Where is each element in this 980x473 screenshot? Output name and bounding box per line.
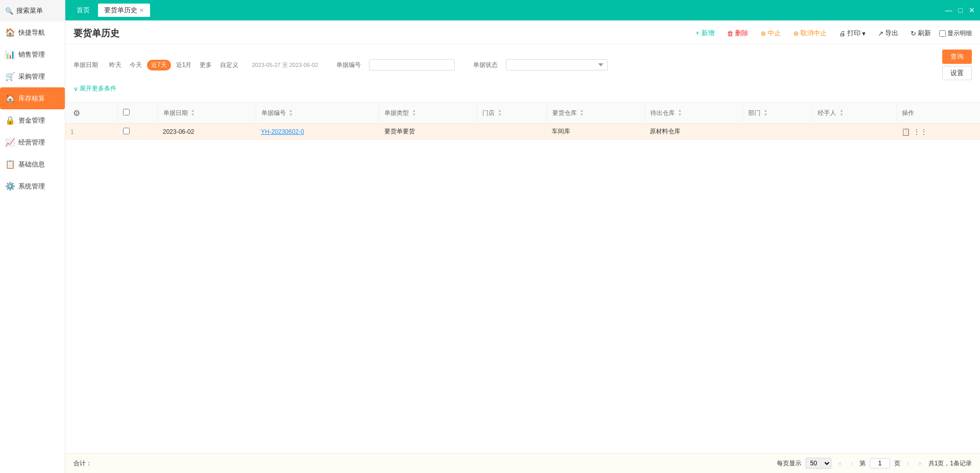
search-icon: 🔍	[5, 7, 13, 15]
filter-actions: 查询 设置	[942, 50, 972, 80]
sort-billtype-icon[interactable]: ▲▼	[412, 109, 416, 117]
display-detail-toggle[interactable]: 显示明细	[939, 29, 972, 38]
sidebar-item-quick-nav[interactable]: 🏠 快捷导航	[0, 21, 65, 43]
export-button[interactable]: ↗ 导出	[874, 27, 902, 40]
sort-req-warehouse-icon[interactable]: ▲▼	[580, 109, 584, 117]
row-more-icon[interactable]: ⋮⋮	[913, 128, 927, 136]
td-action: 📋 ⋮⋮	[896, 124, 980, 140]
display-detail-checkbox[interactable]	[939, 30, 946, 37]
page-suffix: 页	[894, 459, 900, 468]
table-header-row: ⚙ 单据日期 ▲▼ 单据编号 ▲▼	[65, 103, 980, 124]
bill-no-link[interactable]: YH-20230602-0	[261, 128, 304, 135]
stop-button[interactable]: ⊗ 中止	[756, 27, 785, 40]
sidebar-item-basic-info[interactable]: 📋 基础信息	[0, 153, 65, 175]
last-page-btn[interactable]: »	[916, 459, 924, 468]
settings-button[interactable]: 设置	[942, 66, 972, 80]
table-row: 1 2023-06-02 YH-20230602-0 要货单要货 车间库 原材料…	[65, 124, 980, 140]
td-department	[743, 124, 813, 140]
trash-icon: 🗑	[727, 30, 733, 37]
date-btn-more[interactable]: 更多	[197, 60, 215, 70]
sidebar-search-label: 搜索菜单	[16, 6, 43, 15]
row-checkbox[interactable]	[123, 128, 130, 134]
tab-home-label: 首页	[77, 6, 90, 15]
date-btn-today[interactable]: 今天	[127, 60, 145, 70]
per-page-label: 每页显示	[777, 459, 801, 468]
select-all-checkbox[interactable]	[123, 109, 130, 115]
sort-billno-icon[interactable]: ▲▼	[289, 109, 293, 117]
page-input[interactable]	[870, 458, 890, 468]
table-area: ⚙ 单据日期 ▲▼ 单据编号 ▲▼	[65, 103, 980, 453]
sort-date-icon[interactable]: ▲▼	[191, 109, 195, 117]
delete-button[interactable]: 🗑 删除	[723, 27, 752, 40]
status-label: 单据状态	[473, 61, 498, 69]
row-edit-icon[interactable]: 📋	[901, 128, 910, 136]
filter-row-1: 单据日期 昨天 今天 近7天 近1月 更多 自定义 2023-05-27 至 2…	[74, 50, 972, 80]
topbar-right: — □ ✕	[945, 6, 975, 14]
td-date: 2023-06-02	[158, 124, 256, 140]
gear-icon: ⚙️	[5, 181, 15, 191]
sort-store-icon[interactable]: ▲▼	[498, 109, 502, 117]
filter-row-2: ∨ 展开更多条件	[74, 84, 972, 93]
sidebar-item-label: 采购管理	[18, 72, 45, 81]
date-btn-1month[interactable]: 近1月	[173, 60, 195, 70]
bill-no-input[interactable]	[369, 59, 455, 70]
print-button[interactable]: 🖨 打印 ▾	[835, 27, 870, 40]
sort-handler-icon[interactable]: ▲▼	[840, 109, 844, 117]
date-btn-yesterday[interactable]: 昨天	[106, 60, 125, 70]
stop-icon: ⊗	[761, 30, 766, 37]
th-date: 单据日期 ▲▼	[158, 103, 256, 124]
next-page-btn[interactable]: ›	[904, 459, 912, 468]
date-buttons: 昨天 今天 近7天 近1月 更多 自定义	[106, 60, 241, 70]
prev-page-btn[interactable]: ‹	[848, 459, 855, 468]
table-settings-icon[interactable]: ⚙	[70, 107, 83, 119]
print-icon: 🖨	[839, 30, 846, 37]
th-pending-warehouse: 待出仓库 ▲▼	[645, 103, 743, 124]
th-checkbox	[118, 103, 158, 124]
expand-more-btn[interactable]: ∨ 展开更多条件	[74, 84, 116, 93]
main: 首页 要货单历史 ✕ — □ ✕ 要货单历史 + 新增 🗑 删除 ⊗ 中	[65, 0, 980, 473]
maximize-icon[interactable]: □	[959, 6, 963, 14]
per-page-select[interactable]: 20 50 100 200	[805, 458, 831, 469]
sidebar-item-system[interactable]: ⚙️ 系统管理	[0, 175, 65, 197]
refresh-button[interactable]: ↻ 刷新	[906, 27, 935, 40]
cancel-stop-button[interactable]: ⊗ 取消中止	[789, 27, 831, 40]
refresh-icon: ↻	[911, 30, 916, 37]
td-pending-warehouse: 原材料仓库	[645, 124, 743, 140]
sidebar-item-label: 快捷导航	[18, 28, 45, 37]
data-table: ⚙ 单据日期 ▲▼ 单据编号 ▲▼	[65, 103, 980, 140]
th-department: 部门 ▲▼	[743, 103, 813, 124]
sidebar-item-purchase[interactable]: 🛒 采购管理	[0, 65, 65, 87]
home-icon: 🏠	[5, 28, 15, 37]
sidebar-item-sales[interactable]: 📊 销售管理	[0, 43, 65, 65]
query-button[interactable]: 查询	[942, 50, 972, 64]
total-info: 共1页，1条记录	[928, 459, 972, 468]
date-btn-custom[interactable]: 自定义	[217, 60, 241, 70]
sidebar-search[interactable]: 🔍 搜索菜单	[0, 0, 65, 21]
minimize-icon[interactable]: —	[945, 6, 952, 14]
sidebar-item-finance[interactable]: 🔒 资金管理	[0, 109, 65, 131]
close-icon[interactable]: ✕	[969, 6, 975, 14]
bill-no-label: 单据编号	[336, 61, 361, 69]
page-title: 要货单历史	[74, 27, 119, 39]
th-handler: 经手人 ▲▼	[813, 103, 896, 124]
td-bill-type: 要货单要货	[379, 124, 477, 140]
status-select[interactable]	[506, 59, 608, 70]
tab-history[interactable]: 要货单历史 ✕	[98, 4, 150, 17]
sort-dept-icon[interactable]: ▲▼	[764, 109, 768, 117]
date-btn-7days[interactable]: 近7天	[147, 60, 171, 70]
cart-icon: 🛒	[5, 72, 15, 81]
topbar: 首页 要货单历史 ✕ — □ ✕	[65, 0, 980, 20]
lock-icon: 🔒	[5, 115, 15, 125]
sidebar-item-label: 系统管理	[18, 182, 45, 191]
sidebar-item-operations[interactable]: 📈 经营管理	[0, 131, 65, 153]
sort-pending-warehouse-icon[interactable]: ▲▼	[678, 109, 682, 117]
sidebar-item-label: 销售管理	[18, 50, 45, 59]
new-button[interactable]: + 新增	[692, 27, 719, 40]
th-bill-no: 单据编号 ▲▼	[256, 103, 379, 124]
sidebar-item-inventory[interactable]: 🏠 库存核算	[0, 87, 65, 109]
first-page-btn[interactable]: «	[836, 459, 844, 468]
td-handler	[813, 124, 896, 140]
tab-close-icon[interactable]: ✕	[139, 7, 144, 14]
tab-home[interactable]: 首页	[70, 4, 96, 17]
sidebar: 🔍 搜索菜单 🏠 快捷导航 📊 销售管理 🛒 采购管理 🏠 库存核算 🔒 资金管…	[0, 0, 65, 473]
